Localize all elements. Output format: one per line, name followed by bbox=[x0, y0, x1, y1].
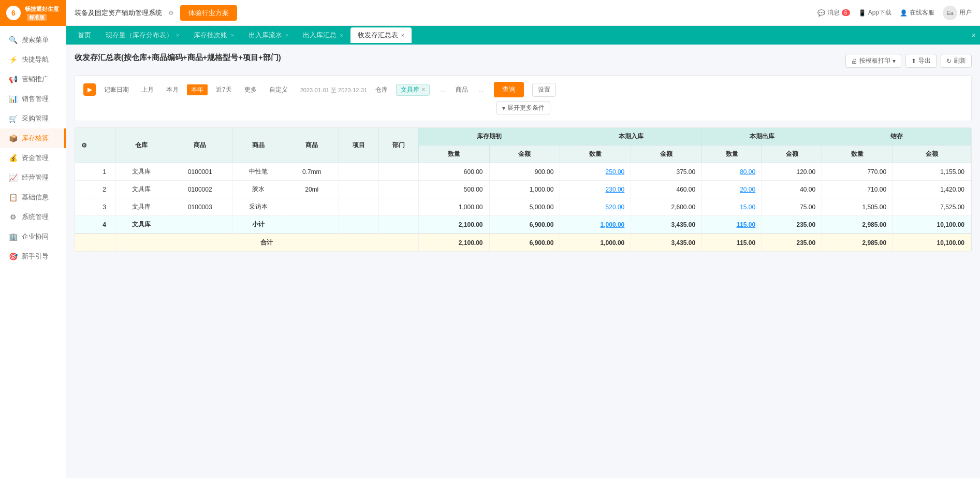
tab-inventory-dist[interactable]: 现存量（库存分布表） × bbox=[98, 27, 186, 43]
tab-inout-flow-close[interactable]: × bbox=[285, 32, 288, 38]
online-service-action[interactable]: 👤 在线客服 bbox=[900, 8, 934, 17]
message-label: 消息 bbox=[827, 8, 840, 17]
warehouse-more-btn[interactable]: ... bbox=[438, 86, 447, 93]
table-footer: 合计 2,100.00 6,900.00 1,000.00 3,435.00 1… bbox=[75, 234, 971, 252]
date-btn-last-month[interactable]: 上月 bbox=[137, 84, 158, 95]
row-no: 4 bbox=[94, 216, 115, 234]
query-button[interactable]: 查询 bbox=[494, 82, 524, 97]
sidebar-label-enterprise: 企业协同 bbox=[22, 232, 49, 241]
date-btn-more[interactable]: 更多 bbox=[240, 84, 261, 95]
col-in-amt-header: 金额 bbox=[631, 146, 702, 163]
row-goods-spec bbox=[285, 198, 339, 216]
sidebar-item-inventory[interactable]: 📦 库存核算 bbox=[0, 128, 66, 148]
row-goods-code bbox=[168, 216, 232, 234]
row-opening-amt: 6,900.00 bbox=[489, 216, 560, 234]
service-icon: 👤 bbox=[900, 9, 908, 17]
header-left: 装备及固定资产辅助管理系统 ⚙ 体验行业方案 bbox=[75, 5, 237, 21]
tab-recv-send-close[interactable]: × bbox=[401, 32, 404, 38]
tab-batch-account[interactable]: 库存批次账 × bbox=[186, 27, 241, 43]
data-table: ⚙ 仓库 商品 商品 商品 项目 部门 库存期初 本期入库 本期出库 结存 bbox=[75, 127, 972, 252]
print-label: 按模板打印 bbox=[859, 56, 890, 65]
row-out-amt: 120.00 bbox=[762, 163, 822, 181]
row-out-qty[interactable]: 80.00 bbox=[702, 163, 762, 181]
finance-icon: 💰 bbox=[8, 153, 18, 163]
row-out-qty[interactable]: 20.00 bbox=[702, 181, 762, 198]
row-department bbox=[378, 181, 418, 198]
row-goods-name: 胶水 bbox=[232, 181, 285, 198]
sidebar-label-sales: 销售管理 bbox=[22, 94, 49, 104]
row-in-qty[interactable]: 230.00 bbox=[560, 181, 631, 198]
user-action[interactable]: Ea 用户 bbox=[943, 6, 972, 20]
tab-inout-summary[interactable]: 出入库汇总 × bbox=[296, 27, 350, 43]
export-button[interactable]: ⬆ 导出 bbox=[905, 54, 937, 68]
sidebar-item-finance[interactable]: 💰 资金管理 bbox=[0, 148, 66, 168]
row-project bbox=[339, 163, 378, 181]
tab-inout-summary-close[interactable]: × bbox=[340, 32, 343, 38]
col-closing-amt-header: 金额 bbox=[893, 146, 971, 163]
sidebar-item-quick-nav[interactable]: ⚡ 快捷导航 bbox=[0, 50, 66, 69]
sidebar: 6 畅捷通好生意 标准版 🔍 搜索菜单 ⚡ 快捷导航 📢 营销推广 📊 销售管理… bbox=[0, 0, 66, 478]
system-title: 装备及固定资产辅助管理系统 bbox=[75, 8, 162, 18]
purchase-icon: 🛒 bbox=[8, 114, 18, 123]
settings-button[interactable]: 设置 bbox=[532, 83, 556, 97]
row-goods-spec bbox=[285, 216, 339, 234]
sidebar-item-sales[interactable]: 📊 销售管理 bbox=[0, 89, 66, 109]
settings-gear-icon[interactable]: ⚙ bbox=[168, 9, 174, 17]
footer-empty-1 bbox=[75, 234, 94, 252]
tab-home-label: 首页 bbox=[78, 31, 91, 40]
row-in-qty[interactable]: 250.00 bbox=[560, 163, 631, 181]
row-opening-qty: 2,100.00 bbox=[418, 216, 489, 234]
tab-recv-send-summary[interactable]: 收发存汇总表 × bbox=[350, 27, 412, 43]
row-out-qty[interactable]: 15.00 bbox=[702, 198, 762, 216]
sidebar-item-system[interactable]: ⚙ 系统管理 bbox=[0, 207, 66, 227]
row-warehouse: 文具库 bbox=[115, 181, 168, 198]
sidebar-item-search[interactable]: 🔍 搜索菜单 bbox=[0, 30, 66, 50]
row-closing-amt: 7,525.00 bbox=[893, 198, 971, 216]
date-btn-7days[interactable]: 近7天 bbox=[212, 84, 236, 95]
row-out-qty[interactable]: 115.00 bbox=[702, 216, 762, 234]
row-warehouse: 文具库 bbox=[115, 198, 168, 216]
trial-button[interactable]: 体验行业方案 bbox=[180, 5, 237, 21]
page-header: 收发存汇总表(按仓库+商品编码+商品+规格型号+项目+部门) 🖨 按模板打印 ▾… bbox=[75, 53, 972, 69]
row-opening-amt: 1,000.00 bbox=[489, 181, 560, 198]
tab-inout-flow[interactable]: 出入库流水 × bbox=[241, 27, 296, 43]
sidebar-item-base-info[interactable]: 📋 基础信息 bbox=[0, 187, 66, 207]
row-closing-amt: 10,100.00 bbox=[893, 216, 971, 234]
col-opening-qty-header: 数量 bbox=[418, 146, 489, 163]
tab-batch-account-close[interactable]: × bbox=[230, 32, 233, 38]
col-settings-header[interactable]: ⚙ bbox=[75, 128, 94, 163]
date-btn-this-year[interactable]: 本年 bbox=[187, 84, 208, 95]
col-goods-code-header: 商品 bbox=[168, 128, 232, 163]
date-btn-this-month[interactable]: 本月 bbox=[162, 84, 183, 95]
expand-row: ▾ 展开更多条件 bbox=[83, 102, 963, 114]
footer-opening-qty: 2,100.00 bbox=[418, 234, 489, 252]
col-opening-amt-header: 金额 bbox=[489, 146, 560, 163]
expand-more-button[interactable]: ▾ 展开更多条件 bbox=[496, 102, 550, 114]
filter-toggle[interactable]: ▶ bbox=[83, 83, 96, 96]
sidebar-item-purchase[interactable]: 🛒 采购管理 bbox=[0, 109, 66, 128]
message-action[interactable]: 💬 消息 6 bbox=[817, 8, 850, 17]
row-goods-name: 采访本 bbox=[232, 198, 285, 216]
app-download-action[interactable]: 📱 App下载 bbox=[858, 8, 891, 17]
tab-inventory-dist-close[interactable]: × bbox=[176, 32, 179, 38]
row-warehouse: 文具库 bbox=[115, 163, 168, 181]
row-in-qty[interactable]: 1,000.00 bbox=[560, 216, 631, 234]
sidebar-item-newbie[interactable]: 🎯 新手引导 bbox=[0, 247, 66, 266]
sidebar-item-operations[interactable]: 📈 经营管理 bbox=[0, 168, 66, 187]
row-opening-amt: 5,000.00 bbox=[489, 198, 560, 216]
print-button[interactable]: 🖨 按模板打印 ▾ bbox=[845, 54, 901, 68]
sidebar-item-marketing[interactable]: 📢 营销推广 bbox=[0, 69, 66, 89]
row-out-amt: 75.00 bbox=[762, 198, 822, 216]
tab-bar-close-all[interactable]: × bbox=[972, 31, 976, 39]
row-in-qty[interactable]: 520.00 bbox=[560, 198, 631, 216]
refresh-button[interactable]: ↻ 刷新 bbox=[941, 54, 972, 68]
phone-icon: 📱 bbox=[858, 9, 866, 17]
tab-home[interactable]: 首页 bbox=[70, 27, 98, 43]
goods-more-btn[interactable]: ... bbox=[476, 86, 486, 93]
date-btn-custom[interactable]: 自定义 bbox=[265, 84, 292, 95]
sidebar-item-enterprise[interactable]: 🏢 企业协同 bbox=[0, 227, 66, 247]
col-opening-stock-header: 库存期初 bbox=[418, 128, 560, 146]
inventory-icon: 📦 bbox=[8, 134, 18, 143]
col-goods-spec-header: 商品 bbox=[285, 128, 339, 163]
warehouse-remove[interactable]: × bbox=[421, 86, 425, 93]
